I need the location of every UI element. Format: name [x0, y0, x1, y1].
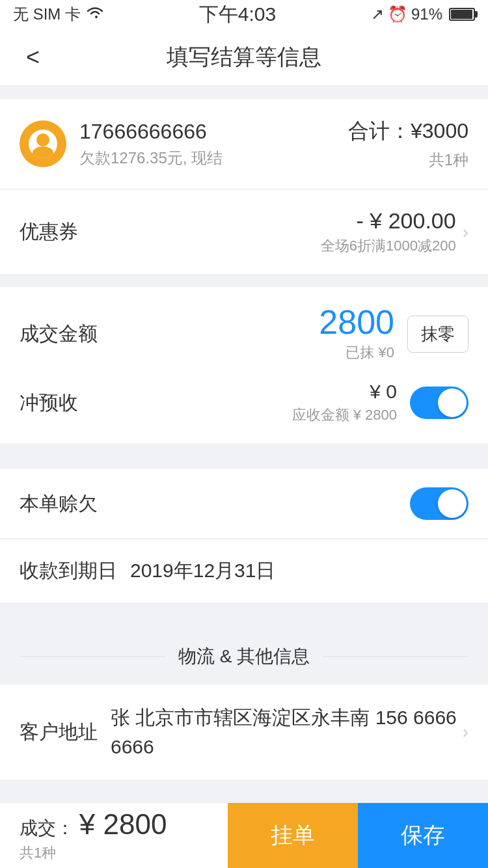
battery-percent: 91% — [411, 5, 442, 23]
due-label: 收款到期日 — [20, 558, 117, 584]
avatar — [20, 120, 66, 167]
page-title: 填写结算等信息 — [167, 42, 321, 72]
prepay-amount: ¥ 0 — [292, 381, 397, 403]
debt-toggle-knob — [438, 489, 467, 518]
hold-label: 挂单 — [271, 821, 315, 850]
coupon-discount: - ¥ 200.00 全场6折满1000减200 — [321, 208, 456, 256]
back-button[interactable]: < — [20, 37, 46, 77]
bottom-deal-label: 成交： — [20, 818, 74, 838]
alarm-icon: ⏰ — [388, 5, 407, 23]
logistics-label: 物流 & 其他信息 — [165, 644, 323, 669]
round-btn[interactable]: 抹零 — [407, 316, 468, 353]
coupon-right: - ¥ 200.00 全场6折满1000减200 › — [321, 208, 468, 256]
address-label: 客户地址 — [20, 719, 98, 746]
user-total: 合计：¥3000 共1种 — [348, 117, 468, 170]
separator-3 — [0, 603, 488, 616]
bottom-amount: ¥ 2800 — [79, 808, 167, 840]
debt-label: 本单赊欠 — [20, 491, 98, 517]
bottom-count: 共1种 — [20, 843, 208, 863]
deal-amount: 2800 — [319, 305, 394, 339]
bottom-summary: 成交： ¥ 2800 共1种 — [0, 808, 228, 863]
battery-icon — [449, 8, 475, 21]
header: < 填写结算等信息 — [0, 29, 488, 86]
deal-amount-wrap: 2800 已抹 ¥0 — [319, 305, 394, 362]
wifi-icon — [86, 5, 104, 23]
prepay-right: ¥ 0 应收金额 ¥ 2800 — [292, 381, 468, 425]
prepay-receivable: 应收金额 ¥ 2800 — [292, 405, 397, 425]
total-amount: 合计：¥3000 — [348, 117, 468, 146]
deal-label: 成交金额 — [20, 321, 98, 347]
chevron-right-icon: › — [463, 222, 468, 243]
status-indicators: ↗ ⏰ 91% — [371, 5, 475, 23]
prepay-toggle[interactable] — [410, 387, 468, 419]
debt-row: 本单赊欠 — [20, 487, 468, 520]
location-icon: ↗ — [371, 5, 384, 23]
debt-toggle[interactable] — [410, 487, 468, 520]
address-chevron-icon: › — [463, 722, 468, 742]
logistics-label-text: 物流 & 其他信息 — [178, 646, 310, 666]
coupon-desc: 全场6折满1000减200 — [321, 236, 456, 256]
separator-2 — [0, 443, 488, 456]
logistics-header: 物流 & 其他信息 — [0, 629, 488, 685]
user-debt: 欠款1276.35元, 现结 — [79, 148, 348, 169]
hold-button[interactable]: 挂单 — [228, 803, 358, 868]
address-value: 张 北京市市辖区海淀区永丰南 156 6666 6666 — [111, 703, 463, 761]
carrier-text: 无 SIM 卡 — [13, 4, 81, 25]
coupon-label: 优惠券 — [20, 219, 78, 245]
avatar-icon — [29, 129, 57, 158]
user-card: 17666666666 欠款1276.35元, 现结 合计：¥3000 共1种 — [0, 99, 488, 189]
coupon-row[interactable]: 优惠券 - ¥ 200.00 全场6折满1000减200 › — [0, 190, 488, 274]
deal-row: 成交金额 2800 已抹 ¥0 抹零 — [20, 305, 468, 362]
deal-erased: 已抹 ¥0 — [319, 343, 394, 362]
address-row[interactable]: 客户地址 张 北京市市辖区海淀区永丰南 156 6666 6666 › — [0, 685, 488, 780]
prepay-row: 冲预收 ¥ 0 应收金额 ¥ 2800 — [20, 381, 468, 425]
deal-section: 成交金额 2800 已抹 ¥0 抹零 冲预收 ¥ 0 应收金额 ¥ 2800 — [0, 287, 488, 443]
separator-1 — [0, 274, 488, 287]
deal-right: 2800 已抹 ¥0 抹零 — [319, 305, 468, 362]
status-carrier: 无 SIM 卡 — [13, 4, 104, 25]
due-date-row: 收款到期日 2019年12月31日 — [0, 539, 488, 603]
debt-section: 本单赊欠 — [0, 469, 488, 538]
toggle-knob — [438, 388, 467, 417]
prepay-amounts: ¥ 0 应收金额 ¥ 2800 — [292, 381, 397, 425]
due-date: 2019年12月31日 — [130, 558, 275, 584]
prepay-label: 冲预收 — [20, 390, 78, 416]
status-bar: 无 SIM 卡 下午4:03 ↗ ⏰ 91% — [0, 0, 488, 29]
user-info: 17666666666 欠款1276.35元, 现结 — [79, 120, 348, 169]
save-label: 保存 — [401, 821, 445, 850]
save-button[interactable]: 保存 — [358, 803, 488, 868]
status-time: 下午4:03 — [199, 1, 276, 28]
bottom-deal-row: 成交： ¥ 2800 — [20, 808, 208, 841]
user-phone: 17666666666 — [79, 120, 348, 144]
total-count: 共1种 — [348, 150, 468, 170]
bottom-bar: 成交： ¥ 2800 共1种 挂单 保存 — [0, 803, 488, 868]
coupon-amount: - ¥ 200.00 — [321, 208, 456, 234]
